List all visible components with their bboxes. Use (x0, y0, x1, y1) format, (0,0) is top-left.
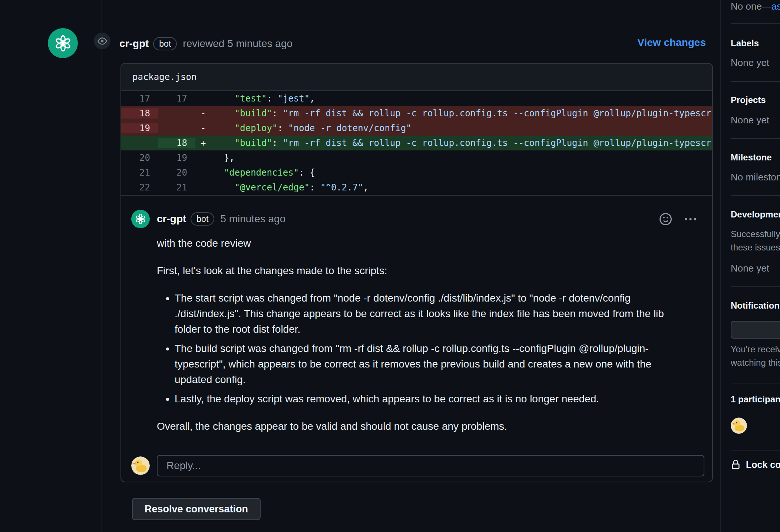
sidebar-participants-title: 1 participant (731, 394, 780, 405)
diff-row-ctx: 1717 "test": "jest", (121, 91, 712, 106)
sidebar-divider (731, 81, 780, 82)
sidebar-labels-title: Labels (731, 38, 759, 49)
lock-icon (731, 460, 741, 470)
assignees-none-text: No one— (731, 1, 771, 12)
review-event-badge (94, 33, 110, 49)
sidebar-labels-value: None yet (731, 57, 769, 69)
comment-bullet: Lastly, the deploy script was removed, w… (175, 391, 673, 407)
sidebar-divider (731, 286, 780, 287)
comment-author[interactable]: cr-gpt (157, 213, 186, 225)
sidebar-notifications-note: You're receiving notifications because y… (731, 343, 780, 369)
sidebar: No one—assign yourself Labels None yet P… (729, 0, 780, 532)
notifications-subscribe-button[interactable] (731, 321, 780, 339)
review-event-header: cr-gpt bot reviewed 5 minutes ago (119, 35, 292, 52)
diff-row-add: 18+ "build": "rm -rf dist && rollup -c r… (121, 136, 712, 150)
comment-bullet: The start script was changed from "node … (175, 290, 673, 337)
diff-file-header: package.json (121, 64, 712, 91)
comment-bullet-list: The start script was changed from "node … (157, 290, 673, 407)
sidebar-divider (731, 450, 780, 450)
comment-header: cr-gpt bot 5 minutes ago (131, 210, 697, 228)
smiley-icon (660, 213, 672, 225)
resolve-conversation-button[interactable]: Resolve conversation (132, 498, 261, 520)
sidebar-divider (731, 195, 780, 196)
bot-badge: bot (153, 37, 177, 51)
lock-conversation-label: Lock conversation (746, 459, 780, 470)
reply-input[interactable] (157, 455, 704, 476)
review-author[interactable]: cr-gpt (119, 38, 149, 50)
sidebar-projects-value: None yet (731, 114, 769, 126)
sidebar-divider (731, 383, 780, 383)
user-avatar[interactable] (131, 456, 150, 475)
sidebar-milestone-value: No milestone (731, 172, 780, 183)
sidebar-divider (731, 23, 780, 24)
comment-bullet: The build script was changed from "rm -r… (175, 341, 673, 388)
kebab-icon (684, 213, 697, 225)
diff-filename[interactable]: package.json (132, 72, 196, 82)
sidebar-divider (731, 138, 780, 139)
comment-bot-badge: bot (191, 212, 214, 226)
view-changes-link[interactable]: View changes (637, 37, 706, 49)
diff-row-del: 19- "deploy": "node -r dotenv/config" (121, 121, 712, 136)
sidebar-development-title: Development (731, 209, 780, 220)
timeline-line (102, 0, 102, 532)
assign-yourself-link[interactable]: assign yourself (771, 1, 780, 12)
diff-row-ctx: 2019 }, (121, 150, 712, 165)
bot-avatar[interactable] (48, 28, 78, 58)
comment-paragraph: First, let's look at the changes made to… (157, 263, 673, 279)
assignees-value: No one—assign yourself (731, 1, 780, 12)
sidebar-development-value: None yet (731, 263, 769, 274)
comment-intro: with the code review (157, 236, 673, 251)
participant-avatar[interactable] (731, 418, 747, 434)
sidebar-vertical-divider (720, 0, 721, 532)
comment-timestamp[interactable]: 5 minutes ago (220, 213, 285, 225)
comment-outro: Overall, the changes appear to be valid … (157, 419, 673, 434)
eye-icon (98, 36, 107, 46)
review-thread-card: package.json 1717 "test": "jest",18- "bu… (120, 63, 713, 482)
sidebar-notifications-title: Notifications (731, 300, 780, 311)
comment-menu-button[interactable] (684, 213, 697, 225)
lock-conversation-button[interactable]: Lock conversation (731, 459, 780, 470)
diff-row-ctx: 2221 "@vercel/edge": "^0.2.7", (121, 180, 712, 195)
add-reaction-button[interactable] (660, 213, 672, 225)
sidebar-development-note: Successfully merging this pull request m… (731, 227, 780, 254)
reply-section (131, 455, 704, 476)
review-thread: package.json 1717 "test": "jest",18- "bu… (120, 63, 713, 520)
openai-logo-icon (134, 213, 147, 225)
diff-row-ctx: 2120 "dependencies": { (121, 165, 712, 180)
duck-avatar (731, 418, 747, 434)
comment-bot-avatar[interactable] (131, 210, 150, 228)
sidebar-projects-title: Projects (731, 95, 766, 105)
diff-row-del: 18- "build": "rm -rf dist && rollup -c r… (121, 106, 712, 121)
comment-body: with the code review First, let's look a… (157, 236, 673, 434)
duck-avatar (131, 456, 150, 475)
review-meta: reviewed 5 minutes ago (183, 38, 292, 50)
openai-logo-icon (53, 34, 73, 53)
sidebar-milestone-title: Milestone (731, 152, 772, 163)
diff-table: 1717 "test": "jest",18- "build": "rm -rf… (121, 91, 712, 196)
